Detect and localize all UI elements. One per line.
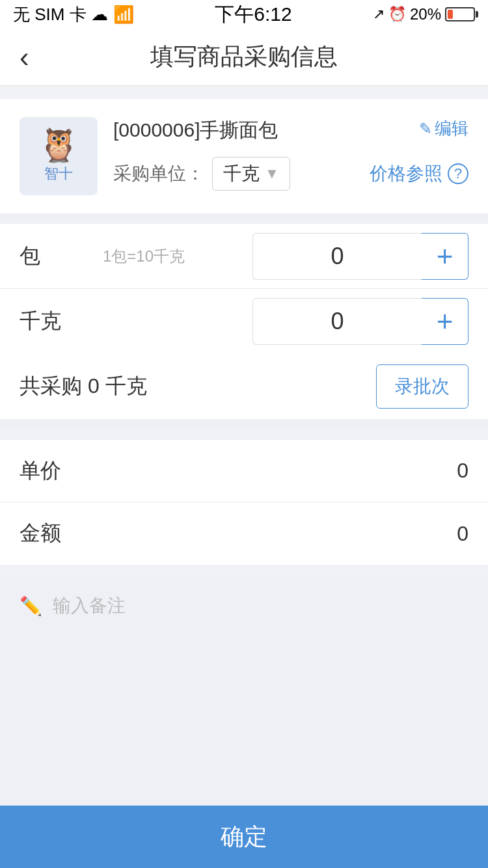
product-icon: 🦉 bbox=[38, 129, 79, 161]
page-title: 填写商品采购信息 bbox=[59, 41, 429, 73]
kg-row: 千克 + bbox=[0, 289, 488, 354]
edit-button[interactable]: ✎ 编辑 bbox=[419, 117, 468, 140]
product-card: 🦉 智十 [0000006]手撕面包 ✎ 编辑 采购单位： 千克 ▼ 价格参照 … bbox=[0, 99, 488, 213]
bao-row: 包 1包=10千克 + bbox=[0, 224, 488, 289]
batch-button[interactable]: 录批次 bbox=[376, 364, 468, 409]
product-brand: 智十 bbox=[44, 164, 73, 183]
confirm-button[interactable]: 确定 bbox=[0, 806, 488, 868]
help-icon: ? bbox=[448, 163, 468, 184]
unit-value: 千克 bbox=[223, 161, 260, 186]
unit-price-label: 单价 bbox=[20, 457, 61, 485]
edit-icon: ✎ bbox=[419, 120, 432, 138]
status-time: 下午6:12 bbox=[215, 1, 291, 28]
bao-input[interactable] bbox=[252, 233, 422, 280]
product-name: [0000006]手撕面包 bbox=[113, 117, 278, 144]
battery-pct: 20% bbox=[410, 5, 441, 23]
edit-label: 编辑 bbox=[435, 117, 468, 140]
kg-input[interactable] bbox=[252, 298, 422, 345]
unit-price-row: 单价 0 bbox=[0, 440, 488, 502]
unit-prefix: 采购单位： bbox=[113, 161, 204, 186]
summary-section: 共采购 0 千克 录批次 bbox=[0, 354, 488, 419]
notes-section[interactable]: ✏️ 输入备注 bbox=[0, 575, 488, 636]
unit-price-value: 0 bbox=[457, 459, 468, 483]
status-right: ↗ ⏰ 20% bbox=[373, 5, 475, 23]
product-info: [0000006]手撕面包 ✎ 编辑 采购单位： 千克 ▼ 价格参照 ? bbox=[113, 117, 468, 191]
bao-plus-button[interactable]: + bbox=[422, 233, 468, 280]
price-ref-button[interactable]: 价格参照 ? bbox=[370, 161, 468, 186]
price-section: 单价 0 金额 0 bbox=[0, 440, 488, 565]
sim-label: 无 SIM 卡 ☁ bbox=[13, 3, 108, 26]
back-button[interactable]: ‹ bbox=[20, 41, 59, 74]
amount-row: 金额 0 bbox=[0, 502, 488, 565]
product-thumbnail: 🦉 智十 bbox=[20, 117, 98, 195]
quantity-section: 包 1包=10千克 + 千克 + bbox=[0, 224, 488, 354]
bao-label: 包 bbox=[20, 242, 98, 271]
alarm-icon: ⏰ bbox=[388, 6, 406, 23]
battery-icon bbox=[445, 7, 475, 21]
kg-plus-button[interactable]: + bbox=[422, 298, 468, 345]
amount-value: 0 bbox=[457, 522, 468, 546]
status-bar: 无 SIM 卡 ☁ 📶 下午6:12 ↗ ⏰ 20% bbox=[0, 0, 488, 29]
section-divider-2 bbox=[0, 419, 488, 429]
summary-text: 共采购 0 千克 bbox=[20, 372, 147, 401]
amount-label: 金额 bbox=[20, 519, 61, 548]
section-divider-1 bbox=[0, 213, 488, 224]
status-left: 无 SIM 卡 ☁ 📶 bbox=[13, 3, 134, 26]
nav-bar: ‹ 填写商品采购信息 bbox=[0, 29, 488, 86]
dropdown-icon: ▼ bbox=[265, 165, 279, 182]
notes-placeholder: 输入备注 bbox=[53, 593, 126, 618]
price-ref-label: 价格参照 bbox=[370, 161, 442, 186]
location-icon: ↗ bbox=[373, 6, 385, 23]
wifi-icon: 📶 bbox=[113, 5, 134, 25]
kg-label: 千克 bbox=[20, 307, 98, 336]
pencil-icon: ✏️ bbox=[20, 595, 42, 617]
unit-select[interactable]: 千克 ▼ bbox=[212, 157, 290, 191]
bao-sublabel: 1包=10千克 bbox=[103, 246, 185, 267]
